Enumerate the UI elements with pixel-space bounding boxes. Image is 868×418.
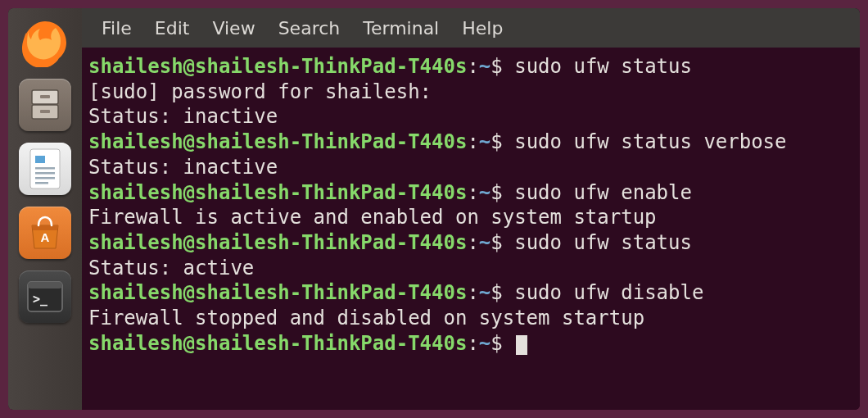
prompt-userhost: shailesh@shailesh-ThinkPad-T440s (88, 332, 467, 355)
launcher-firefox[interactable] (19, 15, 71, 67)
terminal-output[interactable]: shailesh@shailesh-ThinkPad-T440s:~$ sudo… (82, 48, 860, 410)
launcher-software[interactable]: A (19, 207, 71, 259)
firefox-icon (19, 15, 71, 67)
prompt-sigil: $ (491, 181, 514, 204)
prompt-colon: : (467, 55, 478, 78)
prompt-userhost: shailesh@shailesh-ThinkPad-T440s (88, 231, 467, 254)
launcher-bar: A >_ (8, 8, 82, 410)
terminal-output-line: [sudo] password for shailesh: (88, 80, 853, 105)
menu-edit[interactable]: Edit (147, 16, 198, 40)
terminal-command-line: shailesh@shailesh-ThinkPad-T440s:~$ sudo… (88, 180, 853, 206)
prompt-colon: : (467, 332, 478, 355)
prompt-sigil: $ (491, 332, 514, 355)
terminal-command-line: shailesh@shailesh-ThinkPad-T440s:~$ sudo… (88, 129, 853, 155)
command-text: sudo ufw status (514, 55, 692, 78)
command-text: sudo ufw status (514, 231, 692, 254)
prompt-path: ~ (479, 181, 491, 204)
output-text: Status: inactive (88, 156, 278, 179)
prompt-userhost: shailesh@shailesh-ThinkPad-T440s (88, 281, 467, 304)
prompt-sigil: $ (491, 281, 514, 304)
svg-rect-6 (35, 156, 45, 163)
svg-text:>_: >_ (33, 292, 48, 307)
svg-rect-13 (28, 282, 62, 289)
terminal-output-line: Firewall stopped and disabled on system … (88, 306, 853, 331)
prompt-path: ~ (479, 332, 491, 355)
menu-file[interactable]: File (93, 16, 140, 40)
prompt-path: ~ (479, 130, 491, 153)
terminal-window: File Edit View Search Terminal Help shai… (82, 8, 860, 410)
command-text: sudo ufw disable (514, 281, 703, 304)
terminal-command-line: shailesh@shailesh-ThinkPad-T440s:~$ sudo… (88, 280, 853, 306)
prompt-path: ~ (479, 281, 491, 304)
shopping-bag-icon: A (26, 214, 64, 252)
prompt-userhost: shailesh@shailesh-ThinkPad-T440s (88, 55, 467, 78)
prompt-colon: : (467, 281, 478, 304)
menu-search[interactable]: Search (270, 16, 349, 40)
menubar: File Edit View Search Terminal Help (82, 8, 860, 48)
command-text: sudo ufw status verbose (514, 130, 786, 153)
prompt-userhost: shailesh@shailesh-ThinkPad-T440s (88, 130, 467, 153)
prompt-path: ~ (479, 231, 491, 254)
svg-rect-7 (35, 167, 55, 170)
terminal-icon: >_ (26, 280, 64, 313)
prompt-sigil: $ (491, 130, 514, 153)
terminal-command-line: shailesh@shailesh-ThinkPad-T440s:~$ (88, 331, 853, 357)
prompt-sigil: $ (491, 55, 514, 78)
document-icon (27, 148, 63, 190)
prompt-colon: : (467, 181, 478, 204)
menu-view[interactable]: View (204, 16, 263, 40)
terminal-output-line: Status: inactive (88, 155, 853, 180)
output-text: Firewall is active and enabled on system… (88, 206, 657, 229)
svg-rect-9 (35, 177, 55, 179)
terminal-command-line: shailesh@shailesh-ThinkPad-T440s:~$ sudo… (88, 54, 853, 80)
launcher-document[interactable] (19, 143, 71, 195)
prompt-sigil: $ (491, 231, 514, 254)
output-text: Firewall stopped and disabled on system … (88, 307, 644, 329)
menu-help[interactable]: Help (454, 16, 511, 40)
svg-text:A: A (41, 230, 50, 244)
launcher-terminal[interactable]: >_ (19, 270, 71, 323)
prompt-path: ~ (479, 55, 491, 78)
command-text: sudo ufw enable (514, 181, 692, 204)
svg-rect-8 (35, 172, 55, 175)
menu-terminal[interactable]: Terminal (355, 16, 447, 40)
desktop: A >_ File Edit View Search Terminal Help… (8, 8, 860, 410)
svg-rect-10 (35, 182, 48, 184)
prompt-userhost: shailesh@shailesh-ThinkPad-T440s (88, 181, 467, 204)
launcher-files[interactable] (19, 79, 71, 131)
prompt-colon: : (467, 130, 478, 153)
prompt-colon: : (467, 231, 478, 254)
svg-rect-2 (40, 95, 50, 98)
output-text: [sudo] password for shailesh: (88, 80, 443, 103)
cursor (516, 335, 527, 355)
svg-rect-4 (40, 110, 50, 113)
output-text: Status: active (88, 257, 254, 279)
terminal-command-line: shailesh@shailesh-ThinkPad-T440s:~$ sudo… (88, 230, 853, 256)
output-text: Status: inactive (88, 105, 278, 128)
terminal-output-line: Status: active (88, 256, 853, 281)
terminal-output-line: Status: inactive (88, 104, 853, 129)
terminal-output-line: Firewall is active and enabled on system… (88, 205, 853, 230)
file-cabinet-icon (27, 87, 63, 123)
